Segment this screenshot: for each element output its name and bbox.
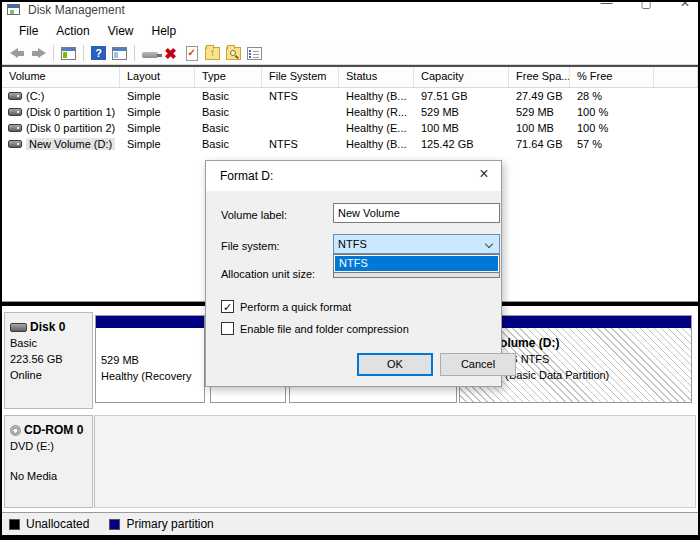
details-view-icon[interactable] <box>244 43 265 63</box>
column-header-layout[interactable]: Layout <box>120 67 195 87</box>
toolbar-separator <box>134 45 135 61</box>
volume-free: 27.49 GB <box>509 90 570 102</box>
cdrom-drive: DVD (E:) <box>10 438 88 454</box>
table-row[interactable]: (Disk 0 partition 2) Simple Basic Health… <box>2 120 698 136</box>
menu-help[interactable]: Help <box>143 21 186 41</box>
primary-partition-label: Primary partition <box>126 517 213 531</box>
console-window-icon[interactable] <box>58 43 79 63</box>
properties-icon[interactable] <box>181 43 202 63</box>
caption-buttons: — ▢ ✕ <box>601 2 690 10</box>
column-header-capacity[interactable]: Capacity <box>414 67 509 87</box>
disk-management-window: Disk Management — ▢ ✕ File Action View H… <box>0 0 700 540</box>
partition-recovery[interactable]: 529 MB Healthy (Recovery <box>95 315 205 403</box>
column-header-pct-free[interactable]: % Free <box>570 67 654 87</box>
volume-capacity: 529 MB <box>414 106 509 118</box>
table-row[interactable]: (C:) Simple Basic NTFS Healthy (B... 97.… <box>2 88 698 104</box>
open-folder-icon[interactable]: ↑ <box>202 43 223 63</box>
checkbox-checked-icon[interactable]: ✓ <box>221 300 234 313</box>
ok-button[interactable]: OK <box>357 353 433 376</box>
volume-pct-free: 100 % <box>570 122 654 134</box>
window-title: Disk Management <box>28 3 125 17</box>
disk-icon <box>10 323 27 332</box>
find-icon[interactable] <box>223 43 244 63</box>
volume-icon <box>8 108 22 116</box>
help-icon[interactable]: ? <box>88 43 109 63</box>
dropdown-item-ntfs[interactable]: NTFS <box>335 256 498 271</box>
file-system-combobox[interactable]: NTFS <box>333 234 500 254</box>
volume-capacity: 125.42 GB <box>414 138 509 150</box>
column-header-type[interactable]: Type <box>195 67 262 87</box>
unallocated-swatch <box>9 519 20 530</box>
volume-free: 71.64 GB <box>509 138 570 150</box>
volume-name: (C:) <box>26 90 44 102</box>
volume-free: 529 MB <box>509 106 570 118</box>
primary-partition-swatch <box>109 519 120 530</box>
volume-pct-free: 100 % <box>570 106 654 118</box>
partition-status: Healthy (Recovery <box>101 368 202 384</box>
disk0-name: Disk 0 <box>30 319 65 335</box>
volume-name: New Volume (D:) <box>26 138 115 150</box>
cdrom-name: CD-ROM 0 <box>24 422 83 438</box>
volume-capacity: 97.51 GB <box>414 90 509 102</box>
disk0-status: Online <box>10 367 88 383</box>
table-header: Volume Layout Type File System Status Ca… <box>2 67 698 88</box>
compression-row[interactable]: Enable file and folder compression <box>221 322 409 335</box>
close-icon[interactable]: ✕ <box>680 2 690 10</box>
volume-status: Healthy (B... <box>339 90 414 102</box>
volume-layout: Simple <box>120 138 195 150</box>
column-header-volume[interactable]: Volume <box>2 67 120 87</box>
cdrom-media: No Media <box>10 468 88 484</box>
table-row[interactable]: (Disk 0 partition 1) Simple Basic Health… <box>2 104 698 120</box>
volume-pct-free: 57 % <box>570 138 654 150</box>
volume-name: (Disk 0 partition 1) <box>26 106 115 118</box>
forward-icon[interactable] <box>28 43 49 63</box>
delete-icon[interactable]: ✖ <box>160 43 181 63</box>
volume-status: Healthy (R... <box>339 106 414 118</box>
volume-label-input[interactable]: New Volume <box>333 203 500 223</box>
volume-pct-free: 28 % <box>570 90 654 102</box>
toolbar-separator <box>83 45 84 61</box>
file-system-dropdown-list: NTFS <box>333 254 500 273</box>
chevron-down-icon <box>486 241 493 248</box>
cdrom-empty-area <box>94 415 696 508</box>
minimize-icon[interactable]: — <box>601 2 613 10</box>
primary-partition-band <box>96 316 204 328</box>
cancel-button[interactable]: Cancel <box>440 353 516 376</box>
volume-type: Basic <box>195 138 262 150</box>
menu-view[interactable]: View <box>99 21 143 41</box>
menu-file[interactable]: File <box>10 21 47 41</box>
file-system-label: File system: <box>221 240 280 252</box>
volume-type: Basic <box>195 90 262 102</box>
column-header-file-system[interactable]: File System <box>262 67 339 87</box>
cd-icon <box>10 425 21 436</box>
volume-icon <box>8 124 22 132</box>
compression-label: Enable file and folder compression <box>240 323 409 335</box>
cdrom-row: CD-ROM 0 DVD (E:) No Media <box>4 415 696 508</box>
cdrom-label-panel[interactable]: CD-ROM 0 DVD (E:) No Media <box>4 415 93 508</box>
table-row-selected[interactable]: New Volume (D:) Simple Basic NTFS Health… <box>2 136 698 152</box>
dialog-title-bar: Format D: × <box>206 161 501 191</box>
disk0-type: Basic <box>10 335 88 351</box>
menu-action[interactable]: Action <box>47 21 98 41</box>
volume-layout: Simple <box>120 106 195 118</box>
checkbox-unchecked-icon[interactable] <box>221 322 234 335</box>
volume-status: Healthy (B... <box>339 138 414 150</box>
volume-layout: Simple <box>120 122 195 134</box>
show-hide-console-tree-icon[interactable] <box>109 43 130 63</box>
column-header-free-space[interactable]: Free Spa... <box>509 67 570 87</box>
column-header-status[interactable]: Status <box>339 67 414 87</box>
volume-free: 100 MB <box>509 122 570 134</box>
quick-format-row[interactable]: ✓ Perform a quick format <box>221 300 351 313</box>
update-disk-info-icon[interactable] <box>139 43 160 63</box>
volume-fs: NTFS <box>262 138 339 150</box>
back-icon[interactable] <box>7 43 28 63</box>
toolbar: ? ✖ ↑ <box>2 42 698 65</box>
dialog-close-icon[interactable]: × <box>467 161 501 189</box>
unallocated-label: Unallocated <box>26 517 89 531</box>
disk0-label-panel[interactable]: Disk 0 Basic 223.56 GB Online <box>4 312 93 409</box>
maximize-icon[interactable]: ▢ <box>641 2 652 10</box>
volume-label-label: Volume label: <box>221 209 287 221</box>
volume-capacity: 100 MB <box>414 122 509 134</box>
allocation-unit-label: Allocation unit size: <box>221 268 315 280</box>
format-dialog: Format D: × Volume label: New Volume Fil… <box>205 160 502 387</box>
